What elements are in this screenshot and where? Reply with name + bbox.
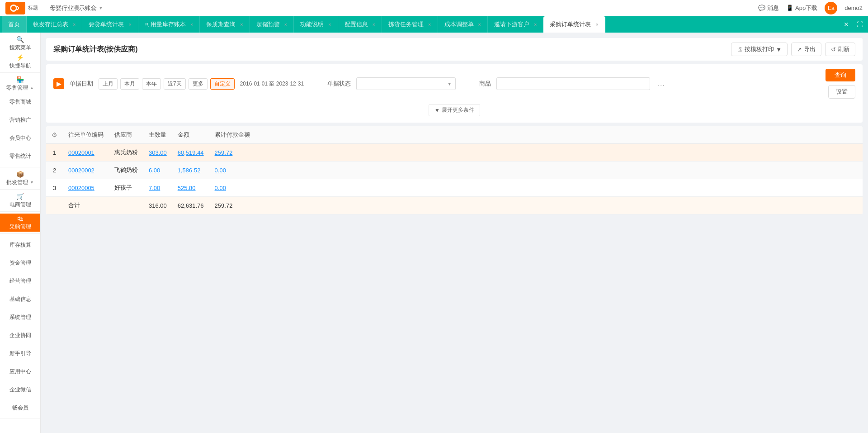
- filter-date-thismonth[interactable]: 本月: [120, 78, 139, 90]
- amount-link[interactable]: 60,519.44: [178, 149, 204, 156]
- footer-paid: 259.72: [209, 197, 255, 214]
- query-button[interactable]: 查询: [826, 69, 855, 81]
- tab-yaoqing-close[interactable]: ×: [534, 22, 537, 27]
- sidebar-item-member[interactable]: 会员中心: [0, 129, 40, 147]
- paid-link[interactable]: 0.00: [215, 185, 226, 191]
- tab-gongnengshuo[interactable]: 功能说明 ×: [294, 16, 338, 33]
- tab-keyongliang[interactable]: 可用量库存账本 ×: [138, 16, 200, 33]
- sidebar-item-search[interactable]: 🔍 搜索菜单: [0, 34, 40, 52]
- sidebar-item-finance[interactable]: 资金管理: [0, 254, 40, 272]
- code-link[interactable]: 00020005: [68, 185, 94, 191]
- sidebar-item-retail-shop[interactable]: 零售商城: [0, 93, 40, 111]
- filter-date-thisyear[interactable]: 本年: [142, 78, 161, 90]
- tab-peizhi-close[interactable]: ×: [373, 22, 375, 27]
- sidebar-label-corpwechat: 企业微信: [9, 386, 31, 394]
- sidebar-item-basic[interactable]: 基础信息: [0, 290, 40, 308]
- amount-link[interactable]: 525.80: [178, 185, 196, 191]
- tab-yaohuo[interactable]: 要货单统计表 ×: [82, 16, 138, 33]
- tab-yaoqing[interactable]: 邀请下游客户 ×: [488, 16, 543, 33]
- sidebar-item-stock[interactable]: 库存核算: [0, 236, 40, 254]
- export-button[interactable]: ↗ 导出: [791, 43, 821, 56]
- filter-goods-input[interactable]: [496, 77, 650, 90]
- sidebar-item-appcenter[interactable]: 应用中心: [0, 362, 40, 381]
- quantity-link[interactable]: 7.00: [149, 185, 160, 191]
- sidebar-item-purchase[interactable]: 🛍 采购管理: [0, 214, 40, 232]
- sidebar-item-retail[interactable]: 🏪 零售管理 ▲: [0, 75, 40, 93]
- code-link[interactable]: 00020001: [68, 149, 94, 156]
- page-content: 采购订单统计表(按供应商) 🖨 按模板打印 ▼ ↗ 导出 ↺ 刷新: [41, 33, 868, 433]
- tab-caigou-active-close[interactable]: ×: [595, 22, 598, 27]
- tab-chaochuyujing-close[interactable]: ×: [284, 22, 287, 27]
- nav-close-button[interactable]: ✕: [840, 18, 853, 31]
- quantity-link[interactable]: 6.00: [149, 167, 160, 174]
- table-container: ⚙ 往来单位编码 供应商 主数量 金额 累计付款金额 1 00020001: [46, 126, 863, 214]
- tab-peizhi[interactable]: 配置信息 ×: [338, 16, 382, 33]
- tab-jianhuo[interactable]: 拣货任务管理 ×: [382, 16, 438, 33]
- filter-toggle-button[interactable]: ▶: [53, 78, 64, 89]
- filter-date-more[interactable]: 更多: [189, 78, 208, 90]
- print-button[interactable]: 🖨 按模板打印 ▼: [731, 43, 788, 56]
- sidebar-item-system[interactable]: 系统管理: [0, 308, 40, 326]
- sidebar-item-operation[interactable]: 经营管理: [0, 272, 40, 290]
- amount-link[interactable]: 1,586.52: [178, 167, 201, 174]
- nav-expand-button[interactable]: ⛶: [854, 18, 866, 31]
- paid-link[interactable]: 0.00: [215, 167, 226, 174]
- sidebar-item-ecommerce[interactable]: 🛒 电商管理: [0, 191, 40, 209]
- tab-yaohuo-close[interactable]: ×: [128, 22, 131, 27]
- tab-caigou-active[interactable]: 采购订单统计表 ×: [543, 16, 605, 33]
- sidebar-item-retail-stats[interactable]: 零售统计: [0, 147, 40, 165]
- export-icon: ↗: [797, 46, 802, 53]
- tab-chengben-close[interactable]: ×: [478, 22, 481, 27]
- col-settings: ⚙: [46, 126, 63, 144]
- tab-chengben[interactable]: 成本调整单 ×: [438, 16, 488, 33]
- row-quantity: 303.00: [143, 144, 172, 162]
- filter-date-custom-badge[interactable]: 自定义: [210, 78, 235, 90]
- column-settings-icon[interactable]: ⚙: [52, 131, 57, 138]
- sidebar-item-vip[interactable]: 畅会员: [0, 399, 40, 417]
- refresh-button[interactable]: ↺ 刷新: [825, 43, 855, 56]
- tab-gongnengshuo-close[interactable]: ×: [328, 22, 331, 27]
- quantity-link[interactable]: 303.00: [149, 149, 167, 156]
- message-button[interactable]: 💬 消息: [758, 4, 779, 12]
- tab-yaohuo-label: 要货单统计表: [89, 20, 124, 29]
- sidebar-item-coop[interactable]: 企业协同: [0, 326, 40, 344]
- sidebar-item-quick[interactable]: ⚡ 快捷导航: [0, 52, 40, 71]
- sidebar-label-guide: 新手引导: [9, 350, 31, 357]
- filter-goods-label: 商品: [479, 80, 491, 88]
- tab-jianhuo-close[interactable]: ×: [428, 22, 431, 27]
- sidebar-item-corpwechat[interactable]: 企业微信: [0, 381, 40, 399]
- col-supplier: 供应商: [109, 126, 143, 144]
- tab-shoufacun[interactable]: 收发存汇总表 ×: [27, 16, 82, 33]
- settings-button[interactable]: 设置: [828, 85, 855, 99]
- row-code: 00020002: [63, 162, 109, 179]
- sidebar-label-retail-stats: 零售统计: [9, 152, 31, 160]
- workspace-selector[interactable]: 母婴行业演示账套 ▼: [46, 4, 107, 12]
- tab-chaochuyujing[interactable]: 超储预警 ×: [250, 16, 294, 33]
- sidebar-item-wholesale[interactable]: 📦 批发管理 ▼: [0, 169, 40, 187]
- table-row: 2 00020002 飞鹤奶粉 6.00 1,586.52 0.00: [46, 162, 863, 179]
- main-layout: 🔍 搜索菜单 ⚡ 快捷导航 🏪 零售管理 ▲ 零售商城 营销推广: [0, 33, 868, 433]
- tab-home[interactable]: 首页: [2, 16, 27, 33]
- expand-more-button[interactable]: ▼ 展开更多条件: [429, 104, 480, 116]
- row-num: 1: [46, 144, 63, 162]
- filter-status-select[interactable]: ▼: [356, 77, 456, 90]
- tab-baozhi-close[interactable]: ×: [240, 22, 243, 27]
- sidebar-label-quick: 快捷导航: [9, 62, 31, 70]
- tab-shoufacun-close[interactable]: ×: [73, 22, 75, 27]
- goods-more-icon[interactable]: …: [657, 80, 665, 88]
- row-amount: 525.80: [172, 179, 209, 197]
- filter-date-7days[interactable]: 近7天: [164, 78, 186, 90]
- footer-amount: 62,631.76: [172, 197, 209, 214]
- paid-link[interactable]: 259.72: [215, 149, 233, 156]
- filter-date-lastmonth[interactable]: 上月: [99, 78, 118, 90]
- logo-text: 标题: [28, 5, 38, 11]
- tab-baozhi[interactable]: 保质期查询 ×: [200, 16, 250, 33]
- sidebar-section-top: 🔍 搜索菜单 ⚡ 快捷导航: [0, 33, 40, 73]
- sidebar-item-marketing[interactable]: 营销推广: [0, 111, 40, 129]
- table-row: 1 00020001 惠氏奶粉 303.00 60,519.44 259.72: [46, 144, 863, 162]
- tab-keyongliang-close[interactable]: ×: [190, 22, 193, 27]
- code-link[interactable]: 00020002: [68, 167, 94, 174]
- sidebar-item-guide[interactable]: 新手引导: [0, 344, 40, 362]
- app-icon: 📱: [786, 5, 793, 11]
- app-download-button[interactable]: 📱 App下载: [786, 4, 817, 12]
